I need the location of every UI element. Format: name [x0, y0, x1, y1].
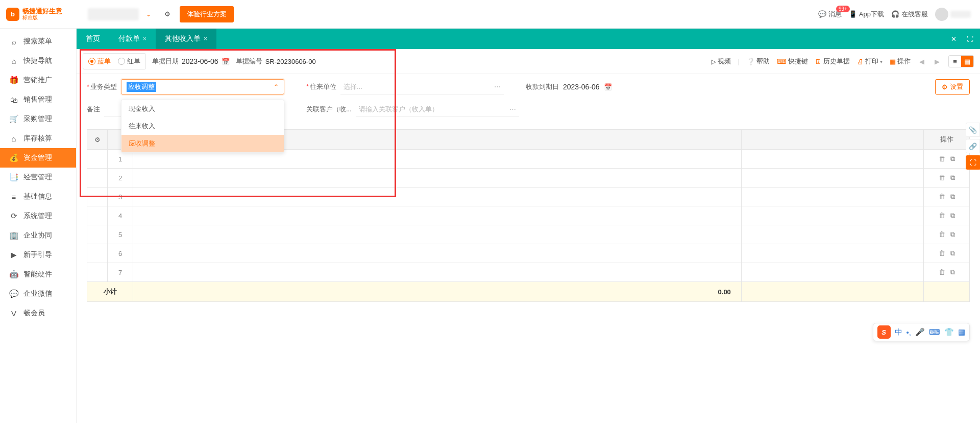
org-selector[interactable]: ⌄	[88, 8, 155, 20]
sidebar-item-14[interactable]: V畅会员	[0, 303, 76, 323]
table-row[interactable]: 5 🗑⧉	[87, 225, 970, 244]
copy-row-button[interactable]: ⧉	[950, 268, 955, 276]
tab-label: 付款单	[118, 34, 140, 43]
radio-blue[interactable]: 蓝单	[88, 57, 111, 66]
delete-row-button[interactable]: 🗑	[939, 249, 945, 257]
radio-red[interactable]: 红单	[118, 57, 140, 66]
ime-mic-button[interactable]: 🎤	[915, 327, 925, 337]
sidebar-item-2[interactable]: 🎁营销推广	[0, 70, 76, 90]
sidebar-item-3[interactable]: 🛍销售管理	[0, 90, 76, 109]
sidebar-item-8[interactable]: ≡基础信息	[0, 187, 76, 206]
tab-2[interactable]: 其他收入单×	[156, 29, 216, 49]
view-list-button[interactable]: ≡	[949, 56, 961, 67]
more-icon[interactable]: ⋯	[494, 83, 501, 90]
tabs-bar: 首页付款单×其他收入单× ✕ ⛶	[77, 29, 980, 49]
sidebar-item-12[interactable]: 🤖智能硬件	[0, 265, 76, 284]
ime-logo-icon[interactable]: S	[877, 325, 891, 339]
video-button[interactable]: ▷视频	[711, 57, 731, 66]
calendar-icon[interactable]: 📅	[222, 58, 230, 65]
related-input[interactable]: 请输入关联客户（收入单） ⋯	[356, 102, 519, 117]
sidebar-icon: 📑	[9, 173, 18, 182]
tab-close-icon[interactable]: ×	[143, 35, 146, 42]
delete-row-button[interactable]: 🗑	[939, 212, 945, 220]
messages-button[interactable]: 💬 消息 99+	[818, 10, 842, 19]
biz-type-label: 业务类型	[90, 83, 117, 90]
tab-close-icon[interactable]: ×	[204, 35, 207, 42]
row-number: 3	[108, 187, 133, 206]
sidebar-item-label: 采购管理	[23, 114, 52, 124]
sidebar-item-0[interactable]: ⌕搜索菜单	[0, 32, 76, 51]
due-date-value[interactable]: 2023-06-06	[563, 83, 600, 91]
help-button[interactable]: ❔帮助	[747, 57, 770, 66]
biz-type-option-1[interactable]: 往来收入	[121, 118, 284, 135]
view-card-button[interactable]: ▤	[961, 56, 973, 67]
table-row[interactable]: 2 🗑⧉	[87, 169, 970, 187]
sidebar-item-9[interactable]: ⟳系统管理	[0, 206, 76, 226]
table-row[interactable]: 7 🗑⧉	[87, 263, 970, 282]
sidebar-item-11[interactable]: ▶新手引导	[0, 245, 76, 265]
chevron-up-icon: ⌃	[274, 83, 279, 90]
ime-lang-button[interactable]: 中	[895, 327, 902, 337]
sidebar-item-6[interactable]: 💰资金管理	[0, 148, 76, 168]
calendar-icon[interactable]: 📅	[604, 83, 612, 91]
contact-input[interactable]: 选择... ⋯	[340, 79, 504, 95]
tab-expand-button[interactable]: ⛶	[964, 33, 976, 45]
avatar	[935, 8, 948, 21]
user-menu[interactable]	[935, 8, 974, 21]
ime-keyboard-button[interactable]: ⌨	[929, 327, 940, 337]
hotkey-button[interactable]: ⌨快捷键	[777, 57, 808, 66]
table-config-header[interactable]: ⚙	[87, 130, 108, 150]
print-icon: 🖨	[857, 58, 864, 65]
copy-row-button[interactable]: ⧉	[950, 230, 955, 239]
history-button[interactable]: 🗓历史单据	[815, 57, 850, 66]
settings-button[interactable]: ⚙	[160, 7, 175, 21]
ime-skin-button[interactable]: 👕	[944, 327, 954, 337]
table-row[interactable]: 6 🗑⧉	[87, 244, 970, 263]
ime-grid-button[interactable]: ▦	[958, 327, 965, 337]
print-button[interactable]: 🖨打印▾	[857, 57, 883, 66]
biz-type-select[interactable]: 应收调整 ⌃	[121, 79, 284, 95]
ime-punct-button[interactable]: •,	[906, 328, 911, 337]
delete-row-button[interactable]: 🗑	[939, 193, 945, 201]
biz-type-option-2[interactable]: 应收调整	[121, 135, 284, 152]
doc-date-value[interactable]: 2023-06-06	[182, 57, 218, 65]
copy-row-button[interactable]: ⧉	[950, 174, 955, 182]
next-doc-button[interactable]: ▶	[933, 58, 941, 65]
sidebar-icon: 🛒	[9, 114, 18, 124]
delete-row-button[interactable]: 🗑	[939, 174, 945, 182]
sidebar-item-7[interactable]: 📑经营管理	[0, 168, 76, 187]
prev-doc-button[interactable]: ◀	[918, 58, 926, 65]
sidebar-item-5[interactable]: ⌂库存核算	[0, 129, 76, 148]
copy-row-button[interactable]: ⧉	[950, 193, 955, 201]
more-icon[interactable]: ⋯	[509, 105, 516, 113]
attachment-button[interactable]: 📎	[966, 123, 980, 137]
sidebar-item-13[interactable]: 💬企业微信	[0, 284, 76, 303]
tab-1[interactable]: 付款单×	[109, 29, 156, 49]
sidebar-item-1[interactable]: ⌂快捷导航	[0, 51, 76, 70]
tab-close-all-button[interactable]: ✕	[947, 33, 960, 45]
expand-button[interactable]: ⛶	[966, 155, 980, 170]
message-icon: 💬	[818, 10, 826, 18]
sidebar-item-label: 企业微信	[23, 289, 52, 298]
copy-row-button[interactable]: ⧉	[950, 212, 955, 220]
link-button[interactable]: 🔗	[966, 139, 980, 153]
copy-row-button[interactable]: ⧉	[950, 155, 955, 163]
cta-button[interactable]: 体验行业方案	[180, 6, 234, 22]
biz-type-option-0[interactable]: 现金收入	[121, 100, 284, 118]
table-row[interactable]: 4 🗑⧉	[87, 206, 970, 225]
sidebar-item-label: 销售管理	[23, 95, 52, 104]
sidebar-item-4[interactable]: 🛒采购管理	[0, 109, 76, 129]
delete-row-button[interactable]: 🗑	[939, 155, 945, 163]
user-name-blur	[950, 11, 971, 18]
delete-row-button[interactable]: 🗑	[939, 268, 945, 276]
table-row[interactable]: 3 🗑⧉	[87, 187, 970, 206]
sidebar-icon: 💬	[9, 289, 18, 298]
delete-row-button[interactable]: 🗑	[939, 230, 945, 239]
online-support-button[interactable]: 🎧 在线客服	[891, 10, 928, 19]
tab-0[interactable]: 首页	[77, 29, 109, 49]
sidebar-item-10[interactable]: 🏢企业协同	[0, 226, 76, 245]
app-download-button[interactable]: 📱 App下载	[849, 10, 884, 19]
settings-button[interactable]: ⚙ 设置	[935, 79, 970, 95]
operate-button[interactable]: ▦操作	[890, 57, 911, 66]
copy-row-button[interactable]: ⧉	[950, 249, 955, 257]
